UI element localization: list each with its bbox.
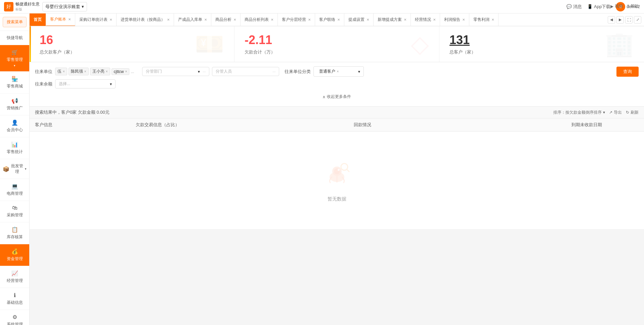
retail-shop-label: 零售商城 bbox=[7, 83, 23, 89]
tab-next-btn[interactable]: ▶ bbox=[616, 16, 624, 24]
collapse-btn[interactable]: ∧ 收起更多条件 bbox=[35, 93, 639, 101]
tab-close-product-analysis[interactable]: ✕ bbox=[233, 18, 236, 22]
remove-tag-cjttcw[interactable]: × bbox=[125, 70, 127, 73]
home-tab-label: 首页 bbox=[34, 17, 42, 23]
sidebar-item-retail-shop[interactable]: 🏪 零售商城 bbox=[0, 72, 29, 94]
tab-close-operations[interactable]: ✕ bbox=[433, 18, 436, 22]
tab-close-customer-contact[interactable]: ✕ bbox=[337, 18, 340, 22]
sidebar-item-wholesale[interactable]: 📦 批发管理 ▾ bbox=[0, 159, 29, 179]
results-summary: 搜索结果中，客户0家 欠款金额 0.00元 bbox=[35, 109, 110, 115]
message-icon: 💬 bbox=[566, 4, 572, 9]
export-btn[interactable]: ↗ 导出 bbox=[609, 110, 622, 115]
person-filter-select[interactable]: 分管人员 ··· bbox=[212, 67, 279, 76]
tab-close-product-incoming[interactable]: ✕ bbox=[204, 18, 207, 22]
tab-product-incoming[interactable]: 产成品入库单 ✕ bbox=[174, 13, 211, 26]
search-menu-btn[interactable]: 搜索菜单 bbox=[3, 17, 27, 27]
system-icon: ⚙ bbox=[12, 314, 17, 320]
filter-more-tags[interactable]: ... bbox=[131, 69, 134, 74]
sidebar-item-basic-info[interactable]: ℹ 基础信息 bbox=[0, 288, 29, 310]
retail-stats-label: 零售统计 bbox=[7, 149, 23, 155]
sort-icon: ▾ bbox=[603, 110, 605, 115]
remove-tag-chen[interactable]: × bbox=[84, 70, 86, 73]
marketing-label: 营销推广 bbox=[7, 105, 23, 111]
filter-tags-container: 伍 × 陈民强 × 王小亮 × cjttcw × bbox=[55, 68, 134, 75]
remainder-filter-label: 往来余额 bbox=[35, 81, 52, 87]
stat-card-total-debt: ◇ -2.11 欠款合计（万） bbox=[234, 26, 439, 62]
tab-close-customer-stratify[interactable]: ✕ bbox=[308, 18, 311, 22]
tab-operations-situation[interactable]: 经营情况 ✕ bbox=[411, 13, 440, 26]
remove-tag-wang[interactable]: × bbox=[106, 70, 108, 73]
tab-purchase-order-stats[interactable]: 采购订单统计表 ✕ bbox=[75, 13, 117, 26]
marketing-icon: 📢 bbox=[11, 98, 18, 104]
stat-total-debt-label: 欠款合计（万） bbox=[245, 49, 275, 55]
tab-product-analysis-list[interactable]: 商品分析列表 ✕ bbox=[241, 13, 278, 26]
tab-close-purchase[interactable]: ✕ bbox=[110, 18, 112, 22]
finance-label: 资金管理 bbox=[7, 256, 23, 262]
refresh-btn[interactable]: ↻ 刷新 bbox=[626, 110, 639, 115]
system-label: 系统管理 bbox=[7, 322, 23, 325]
tab-bar-controls: ◀ ▶ ⛶ ⤢ bbox=[608, 16, 644, 24]
remove-category[interactable]: × bbox=[337, 70, 339, 73]
logo-text: 畅捷通好生意 标版 bbox=[15, 1, 40, 12]
tab-customer-account[interactable]: 客户账本 ✕ bbox=[46, 13, 75, 26]
sidebar-item-retail-stats[interactable]: 📊 零售统计 bbox=[0, 137, 29, 159]
tab-fullscreen-btn[interactable]: ⤢ bbox=[634, 16, 641, 24]
tab-new-promotion-plan[interactable]: 新增提成方案 ✕ bbox=[374, 13, 411, 26]
col-header-customer-info: 客户信息 bbox=[35, 122, 136, 128]
tab-close-product-analysis-list[interactable]: ✕ bbox=[271, 18, 273, 22]
sidebar-item-ecommerce[interactable]: 💻 电商管理 bbox=[0, 179, 29, 201]
unit-filter-label: 往来单位 bbox=[35, 69, 52, 75]
query-button[interactable]: 查询 bbox=[616, 67, 639, 77]
tab-incoming-stats[interactable]: 进货单统计表（按商品） ✕ bbox=[117, 13, 174, 26]
dept-filter-select[interactable]: 分管部门 ▾ ··· bbox=[142, 67, 209, 76]
filter-tag-wangxiaoliang: 王小亮 × bbox=[90, 68, 110, 75]
tab-close-promotion-settings[interactable]: ✕ bbox=[367, 18, 369, 22]
top-bar: 好 畅捷通好生意 标版 母婴行业演示账套 ▾ 💬 消息 📱 App下载 d de… bbox=[0, 0, 644, 13]
remainder-dropdown-icon: ▾ bbox=[110, 82, 112, 86]
chevron-up-icon: ∧ bbox=[323, 95, 326, 99]
data-table: 客户信息 欠款交易信息（占比） 回款情况 到期未收款日期 bbox=[30, 118, 644, 229]
tab-promotion-settings[interactable]: 提成设置 ✕ bbox=[344, 13, 374, 26]
sidebar-item-member[interactable]: 👤 会员中心 bbox=[0, 115, 29, 137]
sidebar-item-purchase[interactable]: 🛍 采购管理 bbox=[0, 201, 29, 222]
store-selector[interactable]: 母婴行业演示账套 ▾ bbox=[42, 2, 87, 11]
content-area: 首页 客户账本 ✕ 采购订单统计表 ✕ 进货单统计表（按商品） ✕ 产成品入库单… bbox=[30, 13, 644, 325]
remainder-filter-select[interactable]: 选择... ▾ bbox=[55, 79, 116, 88]
tab-customer-stratify[interactable]: 客户分层经营 ✕ bbox=[278, 13, 315, 26]
tab-prev-btn[interactable]: ◀ bbox=[608, 16, 615, 24]
sort-select[interactable]: 排序：按欠款金额倒序排序 ▾ bbox=[553, 110, 605, 115]
tab-home[interactable]: 首页 bbox=[30, 13, 46, 26]
sidebar-item-retail-mgmt[interactable]: 🛒 零售管理 ▾ bbox=[0, 45, 29, 72]
sidebar-item-operations[interactable]: 📈 经营管理 bbox=[0, 266, 29, 288]
filter-row-2: 往来余额 选择... ▾ bbox=[35, 79, 639, 88]
ecommerce-icon: 💻 bbox=[11, 183, 18, 189]
stat-card3-bg-icon: 🏢 bbox=[605, 30, 634, 58]
remove-tag-wu[interactable]: × bbox=[63, 70, 65, 73]
sidebar-item-inventory[interactable]: 📋 库存核算 bbox=[0, 222, 29, 244]
tab-expand-btn[interactable]: ⛶ bbox=[625, 16, 633, 24]
sidebar-item-system[interactable]: ⚙ 系统管理 bbox=[0, 310, 29, 325]
tab-close-customer-account[interactable]: ✕ bbox=[68, 17, 71, 21]
refresh-icon: ↻ bbox=[626, 110, 629, 115]
selected-category-tag: 普通客户 × bbox=[317, 68, 341, 75]
svg-point-3 bbox=[338, 169, 340, 171]
tab-customer-contact[interactable]: 客户联络 ✕ bbox=[315, 13, 344, 26]
tab-retail-profit[interactable]: 零售利润 ✕ bbox=[469, 13, 499, 26]
sidebar-item-finance[interactable]: 💰 资金管理 bbox=[0, 244, 29, 266]
tab-profit-report[interactable]: 利润报告 ✕ bbox=[440, 13, 469, 26]
filter-tag-wu: 伍 × bbox=[55, 68, 67, 75]
member-label: 会员中心 bbox=[7, 127, 23, 133]
empty-state-text: 暂无数据 bbox=[328, 196, 346, 202]
tab-product-analysis[interactable]: 商品分析 ✕ bbox=[211, 13, 241, 26]
results-actions: 排序：按欠款金额倒序排序 ▾ ↗ 导出 ↻ 刷新 bbox=[553, 110, 639, 115]
tab-close-incoming[interactable]: ✕ bbox=[167, 18, 170, 22]
sidebar-item-quick-nav[interactable]: 快捷导航 bbox=[0, 31, 29, 45]
tab-close-retail-profit[interactable]: ✕ bbox=[491, 18, 494, 22]
retail-shop-icon: 🏪 bbox=[11, 76, 18, 82]
unit-category-select[interactable]: 普通客户 × ▾ bbox=[313, 66, 364, 77]
tab-close-profit[interactable]: ✕ bbox=[462, 18, 465, 22]
app-download-btn[interactable]: 📱 App下载 bbox=[587, 4, 610, 10]
tab-close-new-promotion[interactable]: ✕ bbox=[404, 18, 406, 22]
message-btn[interactable]: 💬 消息 bbox=[566, 4, 582, 10]
sidebar-item-marketing[interactable]: 📢 营销推广 bbox=[0, 94, 29, 115]
